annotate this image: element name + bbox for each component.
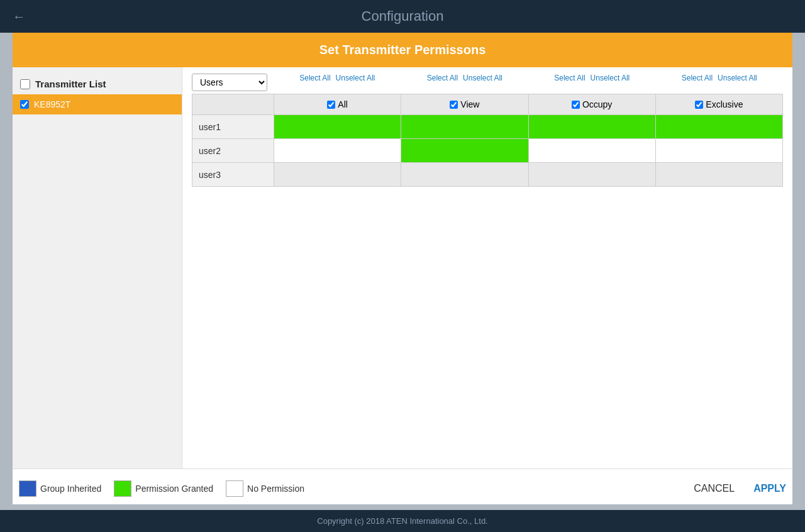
perm-cell-exclusive[interactable] <box>655 115 782 139</box>
unselect-all-occupy[interactable]: Unselect All <box>591 74 630 82</box>
back-button[interactable]: ← <box>13 9 25 24</box>
perm-cell-occupy[interactable] <box>528 163 655 187</box>
table-row: user2 <box>192 139 783 163</box>
perm-cell-occupy[interactable] <box>528 115 655 139</box>
cancel-button[interactable]: CANCEL <box>694 483 735 494</box>
user-name-cell: user2 <box>192 139 274 163</box>
user-name-cell: user1 <box>192 115 274 139</box>
col-user-header <box>192 94 274 115</box>
col-occupy-links: Select All Unselect All <box>554 74 630 82</box>
footer: Group Inherited Permission Granted No Pe… <box>13 468 792 504</box>
select-all-view[interactable]: Select All <box>427 74 458 82</box>
perm-cell-all[interactable] <box>274 163 401 187</box>
perm-cell-view[interactable] <box>401 115 528 139</box>
col-all-header: All <box>274 94 401 115</box>
col-all-checkbox[interactable] <box>327 101 335 109</box>
col-occupy-checkbox[interactable] <box>572 101 580 109</box>
unselect-all-view[interactable]: Unselect All <box>463 74 502 82</box>
apply-button[interactable]: APPLY <box>753 483 786 494</box>
legend-permission-granted-label: Permission Granted <box>135 484 213 494</box>
table-row: user1 <box>192 115 783 139</box>
legend-no-permission-label: No Permission <box>247 484 304 494</box>
sidebar-title: Transmitter List <box>35 79 106 89</box>
table-row: user3 <box>192 163 783 187</box>
legend-permission-granted: Permission Granted <box>114 480 213 497</box>
footer-buttons: CANCEL APPLY <box>694 483 786 494</box>
col-exclusive-header: Exclusive <box>655 94 782 115</box>
select-all-all[interactable]: Select All <box>299 74 330 82</box>
sidebar-item-checkbox[interactable] <box>20 100 29 109</box>
perm-cell-exclusive[interactable] <box>655 139 782 163</box>
perm-cell-all[interactable] <box>274 139 401 163</box>
legend-group-inherited-label: Group Inherited <box>40 484 101 494</box>
perm-cell-view[interactable] <box>401 163 528 187</box>
col-exclusive-links: Select All Unselect All <box>682 74 757 82</box>
permissions-table: All View Occupy <box>192 94 783 187</box>
sidebar: Transmitter List KE8952T <box>13 67 182 468</box>
perm-cell-occupy[interactable] <box>528 139 655 163</box>
col-occupy-header: Occupy <box>528 94 655 115</box>
legend-green-box <box>114 480 131 497</box>
col-view-links: Select All Unselect All <box>427 74 502 82</box>
sidebar-item-label: KE8952T <box>34 99 70 109</box>
user-name-cell: user3 <box>192 163 274 187</box>
page-title: Configuration <box>362 8 444 25</box>
col-view-checkbox[interactable] <box>450 101 458 109</box>
col-view-header: View <box>401 94 528 115</box>
col-exclusive-checkbox[interactable] <box>695 101 703 109</box>
copyright-bar: Copyright (c) 2018 ATEN International Co… <box>0 510 805 532</box>
perm-cell-all[interactable] <box>274 115 401 139</box>
perm-cell-view[interactable] <box>401 139 528 163</box>
top-bar: ← Configuration <box>0 0 805 33</box>
user-group-dropdown[interactable]: Users Groups <box>192 74 267 91</box>
legend: Group Inherited Permission Granted No Pe… <box>19 480 304 497</box>
col-all-links: Select All Unselect All <box>299 74 375 82</box>
legend-white-box <box>226 480 243 497</box>
dialog-header: Set Transmitter Permissons <box>13 33 792 67</box>
select-all-exclusive[interactable]: Select All <box>682 74 713 82</box>
select-all-checkbox[interactable] <box>20 79 30 89</box>
legend-no-permission: No Permission <box>226 480 304 497</box>
main-panel: Users Groups Select All Unselect All Sel… <box>182 67 792 468</box>
legend-blue-box <box>19 480 36 497</box>
perm-cell-exclusive[interactable] <box>655 163 782 187</box>
unselect-all-exclusive[interactable]: Unselect All <box>718 74 757 82</box>
unselect-all-all[interactable]: Unselect All <box>336 74 375 82</box>
select-all-occupy[interactable]: Select All <box>554 74 585 82</box>
legend-group-inherited: Group Inherited <box>19 480 101 497</box>
sidebar-item-ke8952t[interactable]: KE8952T <box>13 94 182 114</box>
sidebar-header: Transmitter List <box>13 74 182 94</box>
